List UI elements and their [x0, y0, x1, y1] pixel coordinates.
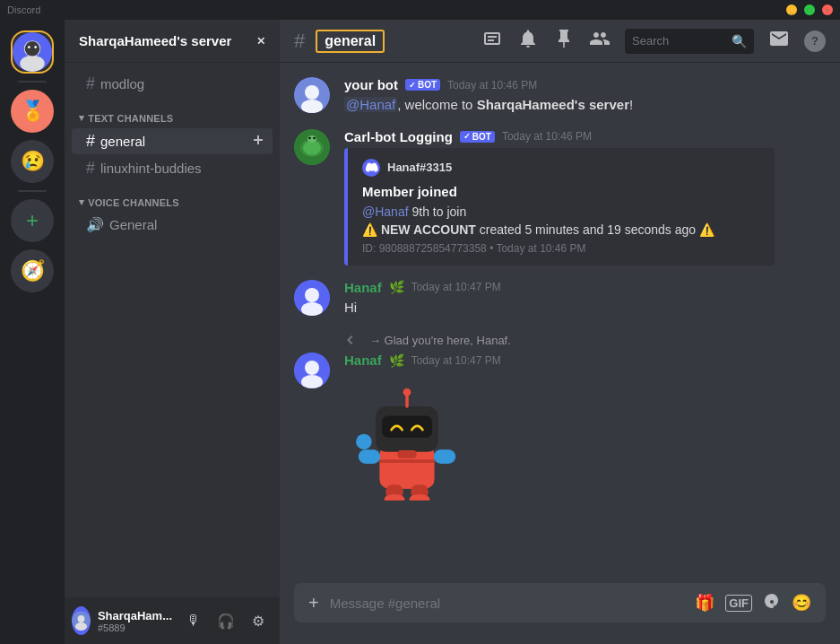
search-input[interactable] — [632, 34, 726, 48]
close-button[interactable]: × — [822, 4, 833, 15]
discover-button[interactable]: 🧭 — [11, 249, 54, 292]
message-group-hanaf1: Hanaf 🌿 Today at 10:47 PM Hi — [294, 280, 826, 318]
headphones-button[interactable]: 🎧 — [212, 606, 240, 635]
sticker-container — [344, 375, 826, 504]
maximize-button[interactable]: □ — [804, 4, 815, 15]
svg-point-22 — [305, 361, 319, 375]
channel-name-general: general — [100, 134, 145, 149]
members-icon[interactable] — [589, 28, 611, 54]
message-text-hanaf1: Hi — [344, 299, 826, 318]
message-text-yourbot: @Hanaf, welcome to SharqaHameed's server… — [344, 96, 826, 115]
help-icon[interactable]: ? — [804, 30, 826, 52]
server-avatar-main — [13, 30, 52, 74]
svg-point-15 — [307, 135, 316, 143]
emoji-icon[interactable]: 😊 — [792, 593, 811, 613]
category-voice-channels[interactable]: ▾ VOICE CHANNELS — [65, 182, 280, 212]
user-area: SharqaHam... #5889 🎙 🎧 ⚙ — [65, 597, 280, 644]
voice-channel-name: General — [109, 217, 157, 232]
leaf-badge-hanaf1: 🌿 — [389, 280, 404, 294]
add-server-button[interactable]: + — [11, 199, 54, 242]
hanaf-avatar-img — [294, 280, 330, 316]
svg-point-32 — [356, 434, 372, 450]
voice-category-chevron-icon: ▾ — [79, 196, 84, 208]
yourbot-avatar-img — [294, 77, 330, 113]
server-icon-3[interactable]: 😢 — [11, 140, 54, 183]
notification-icon[interactable] — [517, 28, 539, 54]
category-chevron-icon: ▾ — [79, 112, 84, 124]
timestamp-yourbot: Today at 10:46 PM — [447, 79, 537, 91]
bot-badge-carlbot: ✓BOT — [460, 131, 495, 143]
message-content-carlbot: Carl-bot Logging ✓BOT Today at 10:46 PM … — [344, 129, 826, 265]
warning-icon-left: ⚠️ — [362, 222, 377, 237]
search-icon: 🔍 — [732, 34, 747, 48]
main-content: # general 🔍 — [280, 20, 840, 644]
inbox-icon[interactable] — [768, 28, 790, 54]
input-right-icons: 🎁 GIF 😊 — [695, 592, 811, 614]
titlebar-controls: _ □ × — [786, 4, 833, 15]
titlebar-title: Discord — [7, 4, 786, 15]
message-input[interactable] — [330, 596, 685, 611]
titlebar: Discord _ □ × — [0, 0, 840, 20]
minimize-button[interactable]: _ — [786, 4, 797, 15]
embed-title: Member joined — [362, 184, 760, 199]
channel-header-hash-icon: # — [294, 30, 305, 53]
mention-hanaf[interactable]: @Hanaf — [344, 97, 397, 112]
user-avatar — [72, 606, 91, 635]
server-icon-2[interactable]: 🏅 — [11, 90, 54, 133]
gift-icon[interactable]: 🎁 — [695, 593, 714, 613]
mic-button[interactable]: 🎙 — [179, 606, 208, 635]
carlbot-avatar-img — [294, 129, 330, 165]
messages-area: your bot ✓BOT Today at 10:46 PM @Hanaf, … — [280, 63, 840, 583]
reply-indicator: → Glad you're here, Hanaf. — [294, 331, 826, 349]
user-avatar-img — [72, 606, 91, 635]
svg-point-28 — [403, 388, 411, 396]
server-icon-2-label: 🏅 — [21, 100, 45, 123]
channel-name-linuxhint: linuxhint-buddies — [100, 161, 202, 176]
hash-icon-linuxhint: # — [86, 159, 95, 178]
pin-icon[interactable] — [553, 28, 575, 54]
timestamp-hanaf2: Today at 10:47 PM — [411, 354, 501, 367]
embed-field-2: ⚠️ NEW ACCOUNT created 5 minutes and 19 … — [362, 222, 760, 237]
new-account-label: NEW ACCOUNT — [381, 222, 476, 237]
sticker-icon[interactable] — [763, 592, 781, 614]
server-name-bar[interactable]: SharqaHameed's server ✕ — [65, 20, 280, 63]
mic-icon: 🎙 — [186, 613, 201, 629]
message-group-hanaf2-wrapper: → Glad you're here, Hanaf. Hanaf 🌿 — [294, 331, 826, 504]
add-attachment-button[interactable]: + — [308, 593, 319, 614]
server-icon-3-label: 😢 — [21, 150, 45, 173]
message-header-hanaf2: Hanaf 🌿 Today at 10:47 PM — [344, 352, 826, 368]
message-input-wrapper: + 🎁 GIF 😊 — [294, 583, 826, 622]
message-content-hanaf1: Hanaf 🌿 Today at 10:47 PM Hi — [344, 280, 826, 318]
embed-mention[interactable]: @Hanaf — [362, 205, 409, 219]
svg-point-14 — [303, 141, 321, 155]
author-carlbot: Carl-bot Logging — [344, 129, 453, 144]
new-account-text: created 5 minutes and 19 seconds ago — [480, 222, 696, 237]
leaf-badge-hanaf2: 🌿 — [389, 353, 404, 368]
channel-item-voice-general[interactable]: 🔊 General — [72, 213, 273, 237]
channel-item-general[interactable]: # general — [72, 128, 273, 154]
search-bar[interactable]: 🔍 — [625, 29, 754, 54]
username: SharqaHam... — [98, 609, 172, 622]
svg-point-4 — [28, 46, 30, 48]
category-text-channels[interactable]: ▾ TEXT CHANNELS — [65, 98, 280, 127]
server-icon-main[interactable] — [11, 30, 54, 74]
header-actions: 🔍 ? — [481, 28, 826, 54]
message-content-hanaf2: Hanaf 🌿 Today at 10:47 PM — [344, 352, 826, 504]
settings-button[interactable]: ⚙ — [244, 606, 273, 635]
gif-icon[interactable]: GIF — [725, 595, 752, 612]
author-hanaf1: Hanaf — [344, 280, 382, 295]
svg-rect-26 — [382, 416, 432, 439]
discover-icon: 🧭 — [21, 259, 45, 283]
threads-icon[interactable] — [481, 28, 503, 54]
chevron-down-icon: ✕ — [256, 35, 265, 48]
channel-item-linuxhint[interactable]: # linuxhint-buddies — [72, 155, 273, 181]
reply-arrow-icon — [344, 331, 362, 349]
server-name-bold: SharqaHameed's server — [477, 97, 629, 112]
avatar-carlbot — [294, 129, 330, 165]
hanaf2-avatar-img — [294, 352, 330, 388]
timestamp-carlbot: Today at 10:46 PM — [502, 130, 592, 143]
channel-item-modlog[interactable]: # modlog — [72, 71, 273, 97]
svg-rect-30 — [359, 449, 381, 464]
message-group-hanaf2: Hanaf 🌿 Today at 10:47 PM — [294, 352, 826, 504]
add-member-icon[interactable] — [251, 133, 265, 151]
